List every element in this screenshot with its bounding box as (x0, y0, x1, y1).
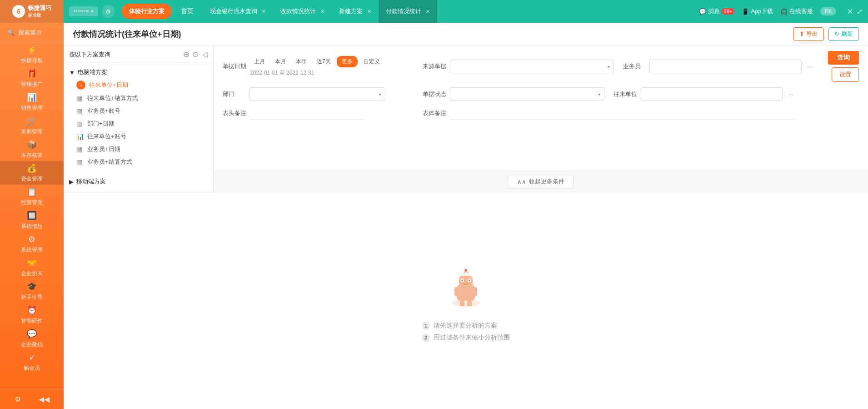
tab-collection-stats[interactable]: 收款情况统计 ✕ (273, 0, 332, 23)
doc-status-select[interactable]: ▾ (450, 87, 604, 101)
svg-point-5 (461, 279, 463, 281)
sidebar-item-quick-nav[interactable]: ⚡ 快捷导航 (0, 43, 64, 66)
tab-payment-stats-label: 付款情况统计 (386, 7, 421, 15)
scheme-add-icon[interactable]: ⊕ (183, 50, 189, 59)
date-label: 单据日期 (223, 62, 246, 71)
sidebar-item-label: 新手引导 (21, 293, 43, 301)
scheme-collapse-icon[interactable]: ◁ (202, 50, 208, 59)
app-download-button[interactable]: 📱 App下载 (742, 7, 773, 15)
tab-new-scheme[interactable]: 新建方案 ✕ (332, 0, 379, 23)
svg-rect-8 (454, 287, 458, 296)
sidebar-item-marketing[interactable]: 🎁 营销推广 (0, 66, 64, 90)
sidebar-item-purchase[interactable]: 🛒 采购管理 (0, 114, 64, 137)
date-opt-this-year[interactable]: 本年 (292, 56, 311, 67)
user-avatar-button[interactable]: Rit (820, 7, 836, 15)
query-button[interactable]: 查询 (828, 51, 859, 65)
sidebar-item-sales[interactable]: 📊 销售管理 (0, 90, 64, 114)
tab-bank-flow[interactable]: 现金银行流水查询 ✕ (203, 0, 273, 23)
scheme-item-staff-account[interactable]: ▦ 业务员+账号 (73, 105, 208, 117)
scheme-item-unit-date[interactable]: ○ 往来单位+日期 (73, 78, 208, 92)
industry-trial-button[interactable]: 体验行业方案 (122, 4, 172, 19)
sidebar-item-guide[interactable]: 🎓 新手引导 (0, 279, 64, 303)
scheme-settings-icon[interactable]: ⊙ (193, 50, 199, 59)
scheme-item-unit-payment[interactable]: ▦ 往来单位+结算方式 (73, 92, 208, 105)
svg-rect-7 (463, 283, 469, 285)
sidebar-item-label: 企业协同 (21, 270, 43, 278)
svg-rect-1 (457, 285, 475, 301)
sidebar-item-inventory[interactable]: 📦 库存核算 (0, 137, 64, 161)
section-arrow-right-icon: ▶ (69, 178, 74, 185)
scheme-item-unit-account[interactable]: 📊 往来单位+账号 (73, 130, 208, 143)
counterpart-select[interactable] (641, 87, 783, 101)
robot-illustration (439, 260, 493, 314)
date-opt-custom[interactable]: 自定义 (359, 56, 384, 67)
pc-section-toggle[interactable]: ▼ 电脑端方案 (69, 66, 208, 78)
sidebar-item-label: 营销推广 (21, 81, 43, 88)
source-select[interactable]: ▾ (450, 60, 614, 73)
tab-new-scheme-label: 新建方案 (339, 7, 363, 15)
sidebar-item-wechat[interactable]: 💬 企业微信 (0, 327, 64, 350)
scheme-icon: ▦ (76, 146, 84, 153)
online-service-button[interactable]: 🎧 在线客服 (780, 7, 813, 15)
date-opt-last-7days[interactable]: 近7天 (313, 56, 335, 67)
maximize-window-button[interactable]: ⤢ (857, 7, 863, 16)
window-buttons: ✕ ⤢ (847, 7, 863, 16)
user-selector[interactable]: •••••••• ▾ (69, 6, 98, 16)
dept-field: 部门 ▾ (223, 87, 414, 101)
dept-select[interactable]: ▾ (249, 87, 385, 101)
salesperson-more-icon[interactable]: ··· (805, 63, 814, 70)
operation-icon: 📋 (27, 187, 37, 197)
scheme-item-label: 部门+日期 (87, 120, 115, 128)
sidebar-item-label: 经营管理 (21, 199, 43, 207)
tab-home[interactable]: 首页 (172, 0, 203, 23)
scheme-item-staff-date[interactable]: ▦ 业务员+日期 (73, 143, 208, 156)
sidebar-item-enterprise[interactable]: 🤝 企业协同 (0, 256, 64, 279)
tab-collection-stats-close[interactable]: ✕ (320, 9, 324, 15)
sidebar-item-finance[interactable]: 💰 资金管理 (0, 161, 64, 185)
collapse-icon: ∧∧ (517, 178, 526, 185)
sidebar-item-basic[interactable]: 🔲 基础信息 (0, 208, 64, 232)
salesperson-select[interactable] (649, 60, 802, 73)
message-button[interactable]: 💬 消息 99+ (699, 7, 735, 15)
date-options: 上月 本月 本年 近7天 更多 自定义 (250, 56, 384, 67)
sidebar-item-operation[interactable]: 📋 经营管理 (0, 185, 64, 208)
export-button[interactable]: ⬆ 导出 (793, 27, 824, 41)
collapse-filter-button[interactable]: ∧∧ 收起更多条件 (508, 175, 574, 188)
tab-new-scheme-close[interactable]: ✕ (367, 9, 371, 15)
sidebar-item-system[interactable]: ⚙ 系统管理 (0, 232, 64, 256)
date-opt-this-month[interactable]: 本月 (271, 56, 290, 67)
scheme-items-list: ○ 往来单位+日期 ▦ 往来单位+结算方式 ▦ 业务员+账号 ▦ 部门+日期 (69, 78, 208, 168)
tab-bank-flow-close[interactable]: ✕ (262, 9, 266, 15)
tab-payment-stats-close[interactable]: ✕ (426, 9, 430, 15)
sidebar: 6 畅捷通巧 标准版 🔍 搜索菜单 ⚡ 快捷导航 🎁 营销推广 📊 销售管理 🛒… (0, 0, 64, 409)
content-actions: ⬆ 导出 ↻ 刷新 (793, 27, 859, 41)
scheme-item-dept-date[interactable]: ▦ 部门+日期 (73, 117, 208, 130)
date-opt-more[interactable]: 更多 (337, 56, 358, 67)
tip-text-2: 用过滤条件来缩小分析范围 (434, 333, 510, 342)
sidebar-item-hardware[interactable]: ⏰ 智能硬件 (0, 303, 64, 327)
filter-settings-button[interactable]: 设置 (832, 67, 859, 82)
counterpart-more-icon[interactable]: ··· (786, 91, 795, 98)
refresh-button[interactable]: ↻ 刷新 (828, 27, 859, 41)
settings-icon[interactable]: ⚙ (15, 395, 21, 404)
message-label: 消息 (708, 7, 720, 15)
tab-payment-stats[interactable]: 付款情况统计 ✕ (379, 0, 437, 23)
header-note-input[interactable] (250, 106, 364, 120)
body-note-input[interactable] (450, 106, 795, 120)
filter-row-1: 单据日期 上月 本月 本年 近7天 更多 自定义 2022-01-01 至 20… (223, 51, 859, 82)
sidebar-search[interactable]: 🔍 搜索菜单 (0, 23, 64, 43)
enterprise-icon: 🤝 (27, 258, 37, 268)
svg-point-6 (469, 279, 470, 281)
collapse-sidebar-icon[interactable]: ◀◀ (39, 395, 50, 404)
svg-rect-9 (474, 287, 477, 296)
close-window-button[interactable]: ✕ (847, 7, 853, 16)
sidebar-item-member[interactable]: ✓ 畅会员 (0, 350, 64, 374)
scheme-item-staff-payment[interactable]: ▦ 业务员+结算方式 (73, 156, 208, 168)
gear-settings-icon[interactable]: ⚙ (102, 5, 115, 18)
date-opt-last-month[interactable]: 上月 (250, 56, 269, 67)
logo-icon: 6 (12, 5, 25, 18)
mobile-section-label: 移动端方案 (76, 177, 106, 186)
wechat-icon: 💬 (27, 329, 37, 339)
pc-scheme-section: ▼ 电脑端方案 ○ 往来单位+日期 ▦ 往来单位+结算方式 ▦ 业务员+账号 (64, 63, 213, 168)
mobile-section-toggle[interactable]: ▶ 移动端方案 (69, 176, 208, 187)
